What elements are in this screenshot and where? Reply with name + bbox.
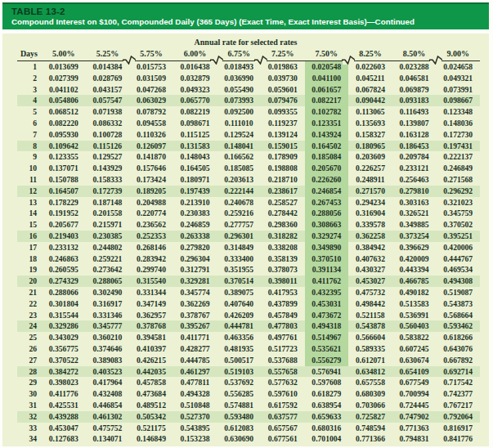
value-cell: 0.597610 <box>261 388 305 400</box>
value-cell: 0.339578 <box>348 219 392 231</box>
value-cell: 0.747902 <box>392 411 437 423</box>
value-cell: 0.059601 <box>261 84 305 96</box>
value-cell: 0.018493 <box>217 61 261 73</box>
value-cell: 0.360210 <box>86 332 130 343</box>
value-cell: 0.378768 <box>129 320 173 332</box>
day-cell: 4 <box>17 95 42 106</box>
table-row: 110.1507880.1583330.1734240.1809710.2036… <box>17 174 480 186</box>
value-cell: 0.444767 <box>436 253 480 265</box>
value-cell: 0.204988 <box>129 197 173 208</box>
table-row: 310.4255310.4468540.4895120.5108480.5748… <box>17 400 480 411</box>
value-cell: 0.338208 <box>261 242 305 253</box>
value-cell: 0.111010 <box>217 118 261 129</box>
value-cell: 0.556285 <box>217 388 261 400</box>
value-cell: 0.277757 <box>217 219 261 231</box>
value-cell: 0.771363 <box>392 423 437 434</box>
value-cell: 0.095930 <box>42 129 86 141</box>
table-row: 120.1645070.1727390.1892050.1974390.2221… <box>17 186 480 197</box>
value-cell: 0.099355 <box>261 106 305 118</box>
value-cell: 0.577632 <box>261 377 305 388</box>
value-cell: 0.356775 <box>42 343 86 355</box>
table-body: Annual rate for selected rates Days5.00%… <box>2 34 489 446</box>
day-cell: 28 <box>17 366 42 378</box>
value-cell: 0.119237 <box>261 118 305 129</box>
value-cell: 0.316904 <box>348 208 392 219</box>
value-cell: 0.258527 <box>261 197 305 208</box>
value-cell: 0.082217 <box>305 95 349 106</box>
value-cell: 0.022603 <box>348 61 392 73</box>
value-cell: 0.517723 <box>261 343 305 355</box>
value-cell: 0.403523 <box>86 366 130 378</box>
value-cell: 0.238617 <box>261 186 305 197</box>
value-cell: 0.574881 <box>217 400 261 411</box>
value-cell: 0.373254 <box>392 231 437 242</box>
value-cell: 0.748594 <box>348 423 392 434</box>
value-cell: 0.296301 <box>217 231 261 242</box>
value-cell: 0.543895 <box>173 423 217 434</box>
value-cell: 0.100728 <box>86 129 130 141</box>
table-row: 50.0685120.0719380.0787920.0822190.09250… <box>17 106 480 118</box>
table-row: 100.1370710.1439290.1576460.1645050.1850… <box>17 163 480 174</box>
value-cell: 0.667892 <box>436 355 480 366</box>
value-cell: 0.233121 <box>392 163 437 174</box>
table-row: 20.0273990.0287690.0315090.0328790.03699… <box>17 73 480 84</box>
value-cell: 0.180971 <box>173 174 217 186</box>
value-cell: 0.127683 <box>42 433 86 445</box>
day-cell: 2 <box>17 73 42 84</box>
day-cell: 30 <box>17 388 42 400</box>
value-cell: 0.047268 <box>129 84 173 96</box>
value-cell: 0.069879 <box>392 84 437 96</box>
value-cell: 0.185084 <box>305 151 349 163</box>
value-cell: 0.116493 <box>392 106 437 118</box>
column-header-rate: 5.00% <box>42 48 86 61</box>
value-cell: 0.233132 <box>42 242 86 253</box>
value-cell: 0.226257 <box>348 163 392 174</box>
value-cell: 0.013699 <box>42 61 86 73</box>
value-cell: 0.129527 <box>86 151 130 163</box>
column-header-rate: 8.25% <box>348 48 392 61</box>
value-cell: 0.299740 <box>129 264 173 276</box>
value-cell: 0.186453 <box>392 141 437 152</box>
value-cell: 0.296304 <box>173 253 217 265</box>
value-cell: 0.078792 <box>129 106 173 118</box>
value-cell: 0.024658 <box>436 61 480 73</box>
value-cell: 0.148041 <box>217 141 261 152</box>
value-cell: 0.153238 <box>173 433 217 445</box>
value-cell: 0.457849 <box>261 310 305 321</box>
value-cell: 0.172730 <box>436 129 480 141</box>
value-cell: 0.041100 <box>305 73 349 84</box>
value-cell: 0.158333 <box>86 174 130 186</box>
value-cell: 0.700994 <box>392 388 437 400</box>
day-cell: 5 <box>17 106 42 118</box>
table-row: 70.0959300.1007280.1103260.1151250.12952… <box>17 129 480 141</box>
column-header-rate: 6.00% <box>173 48 217 61</box>
value-cell: 0.593462 <box>436 320 480 332</box>
value-cell: 0.457858 <box>129 377 173 388</box>
column-header-rate: 8.50% <box>392 48 437 61</box>
value-cell: 0.425531 <box>42 400 86 411</box>
value-cell: 0.054806 <box>42 95 86 106</box>
value-cell: 0.268146 <box>129 242 173 253</box>
value-cell: 0.172739 <box>86 186 130 197</box>
value-cell: 0.157646 <box>129 163 173 174</box>
value-cell: 0.178229 <box>42 197 86 208</box>
value-cell: 0.308663 <box>305 219 349 231</box>
value-cell: 0.205670 <box>305 163 349 174</box>
value-cell: 0.063029 <box>129 95 173 106</box>
value-cell: 0.326521 <box>392 208 437 219</box>
value-cell: 0.102782 <box>305 106 349 118</box>
day-cell: 22 <box>17 298 42 310</box>
table-row: 150.2056770.2159710.2365620.2468590.2777… <box>17 219 480 231</box>
value-cell: 0.444785 <box>173 355 217 366</box>
value-cell: 0.724445 <box>392 400 437 411</box>
day-cell: 19 <box>17 264 42 276</box>
value-cell: 0.742377 <box>436 388 480 400</box>
value-cell: 0.213910 <box>173 197 217 208</box>
table-row: 90.1233550.1295270.1418700.1480430.16656… <box>17 151 480 163</box>
value-cell: 0.163128 <box>392 129 437 141</box>
value-cell: 0.014384 <box>86 61 130 73</box>
value-cell: 0.185085 <box>217 163 261 174</box>
value-cell: 0.514967 <box>305 332 349 343</box>
value-cell: 0.536991 <box>392 310 437 321</box>
value-cell: 0.410397 <box>129 343 173 355</box>
